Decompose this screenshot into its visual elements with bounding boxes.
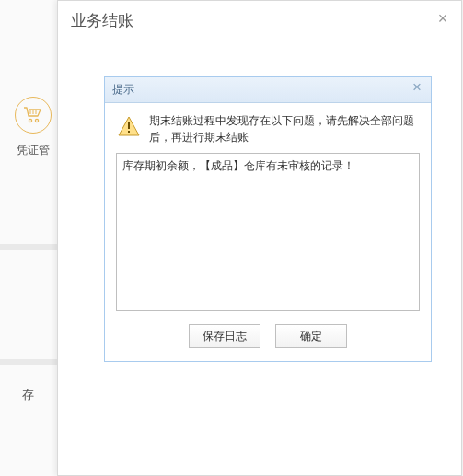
- prompt-message: 期末结账过程中发现存在以下问题，请先解决全部问题后，再进行期末结账: [149, 112, 420, 145]
- divider: [0, 359, 59, 365]
- prompt-dialog: 提示 × 期末结账过程中发现存在以下问题，请先解决全部问题后，再进行期末结账 保…: [104, 76, 432, 362]
- prompt-close-button[interactable]: ×: [409, 80, 425, 97]
- divider: [0, 244, 59, 250]
- warning-icon: [116, 114, 142, 140]
- problem-details-box[interactable]: [116, 153, 420, 311]
- svg-rect-5: [128, 122, 130, 129]
- modal-title: 业务结账: [71, 10, 133, 31]
- prompt-title: 提示: [112, 82, 134, 98]
- ok-button[interactable]: 确定: [275, 324, 347, 348]
- business-closing-modal: 业务结账 × 提示 × 期末结账过程中发现存在以下问题，请先解决全部问题后，再进…: [57, 0, 462, 476]
- prompt-body: 期末结账过程中发现存在以下问题，请先解决全部问题后，再进行期末结账 保存日志 确…: [105, 103, 431, 361]
- cart-icon: [15, 97, 52, 134]
- modal-header: 业务结账 ×: [58, 1, 461, 41]
- voucher-module[interactable]: 凭证管: [13, 97, 53, 158]
- modal-close-button[interactable]: ×: [434, 10, 452, 29]
- prompt-message-row: 期末结账过程中发现存在以下问题，请先解决全部问题后，再进行期末结账: [116, 112, 420, 145]
- svg-rect-6: [128, 131, 130, 133]
- sidebar-text-fragment: 存: [22, 387, 34, 403]
- svg-point-1: [35, 119, 38, 122]
- prompt-button-row: 保存日志 确定: [116, 324, 420, 348]
- prompt-header: 提示 ×: [105, 77, 431, 103]
- svg-point-0: [29, 119, 31, 122]
- save-log-button[interactable]: 保存日志: [189, 324, 260, 348]
- voucher-module-label: 凭证管: [13, 143, 53, 158]
- sidebar-background: 凭证管 存: [0, 0, 59, 476]
